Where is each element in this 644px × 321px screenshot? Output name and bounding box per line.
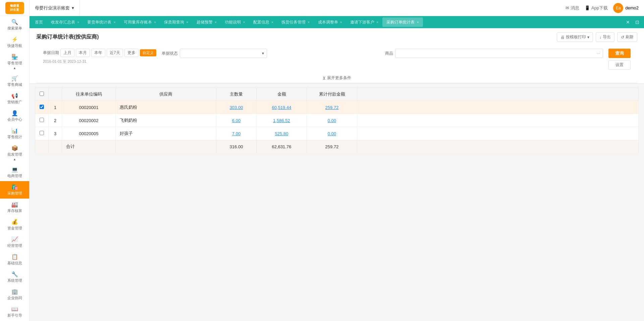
tab-5[interactable]: 超储预警 × (193, 17, 221, 27)
sidebar-item-corp[interactable]: 🏢企业协同 (0, 286, 29, 303)
retail-icon: 🏪 (11, 54, 18, 60)
checkbox-1[interactable] (40, 118, 44, 122)
this-year-button[interactable]: 本年 (91, 49, 105, 57)
row-paid-link-1[interactable]: 0.00 (328, 118, 336, 123)
checkbox-2[interactable] (40, 131, 44, 135)
tab-close-5[interactable]: × (215, 20, 217, 24)
close-all-tabs-button[interactable]: ✕ (624, 19, 632, 25)
tab-1[interactable]: 收发存汇总表 × (47, 17, 83, 27)
sidebar-item-search[interactable]: 🔍搜索菜单 (0, 16, 29, 34)
row-amount-link-0[interactable]: 60,519.44 (272, 105, 291, 110)
print-label: 按模板打印 (566, 34, 586, 40)
ops-icon: 📈 (11, 236, 18, 243)
tab-4[interactable]: 保质期查询 × (160, 17, 192, 27)
sidebar-item-member[interactable]: 👤会员中心 (0, 107, 29, 125)
more-date-button[interactable]: 更多 (124, 49, 139, 57)
tab-close-11[interactable]: × (417, 20, 419, 24)
tab-close-10[interactable]: × (376, 20, 378, 24)
select-all-checkbox[interactable] (40, 92, 44, 96)
row-qty-link-2[interactable]: 7.00 (232, 131, 240, 136)
tabbar-end: ✕ ⊡ (624, 19, 643, 25)
tab-0[interactable]: 首页 (31, 17, 47, 27)
sidebar-item-ops[interactable]: 📈经营管理 (0, 233, 29, 251)
finance-icon: 💰 (11, 219, 18, 225)
sidebar-item-system[interactable]: 🔧系统管理 (0, 268, 29, 286)
sidebar-item-retail[interactable]: 🏪零售管理▲ (0, 51, 29, 72)
expand-label: 展开更多条件 (327, 75, 351, 81)
sidebar-item-guide[interactable]: 📖新手引导 (0, 303, 29, 321)
total-paid: 259.72 (307, 140, 357, 153)
row-num-0: 1 (49, 101, 62, 114)
sidebar-item-promo[interactable]: 📢营销推广 (0, 90, 29, 107)
row-paid-link-2[interactable]: 0.00 (328, 131, 336, 136)
last-month-button[interactable]: 上月 (60, 49, 74, 57)
sidebar-item-shop[interactable]: 🛒零售商城 (0, 72, 29, 90)
tab-3[interactable]: 可用量库存账本 × (120, 17, 160, 27)
topbar-actions: ✉ 消息 📱 App下载 Ea demo2 (566, 3, 644, 13)
tab-2[interactable]: 要货单统计表 × (83, 17, 119, 27)
status-select[interactable]: ▾ (180, 49, 267, 58)
query-button[interactable]: 查询 (608, 49, 631, 58)
row-qty-1: 6.00 (216, 114, 257, 127)
row-amount-link-2[interactable]: 525.80 (275, 131, 288, 136)
purchase-icon: 🛍️ (11, 184, 18, 190)
row-paid-link-0[interactable]: 259.72 (325, 105, 339, 110)
tab-9[interactable]: 成本调整单 × (314, 17, 346, 27)
sidebar-item-batch[interactable]: 📦批发管理▲ (0, 142, 29, 164)
tab-close-6[interactable]: × (243, 20, 245, 24)
tab-close-3[interactable]: × (154, 20, 156, 24)
tab-close-8[interactable]: × (308, 20, 310, 24)
tab-7[interactable]: 配置信息 × (249, 17, 277, 27)
table-row[interactable]: 100020001惠氏奶粉303.0060,519.44259.72 (35, 101, 639, 114)
tab-8[interactable]: 拣货任务管理 × (277, 17, 314, 27)
checkbox-0[interactable] (40, 105, 44, 109)
this-month-button[interactable]: 本月 (76, 49, 90, 57)
data-table: 往来单位编码 供应商 主数量 金额 累计付款金额 100020001惠氏奶粉30… (35, 88, 639, 153)
7days-button[interactable]: 近7天 (107, 49, 123, 57)
sidebar-item-ecom[interactable]: 💻电商管理 (0, 164, 29, 181)
filter-actions: 查询 设置 (608, 49, 631, 70)
th-amount: 金额 (257, 88, 307, 101)
row-qty-link-0[interactable]: 303.00 (230, 105, 243, 110)
sidebar-item-stock[interactable]: 🏭库存核算 (0, 199, 29, 216)
sidebar-item-stat[interactable]: 📊零售统计 (0, 125, 29, 142)
sidebar-item-purchase[interactable]: 🛍️采购管理 (0, 181, 29, 199)
goods-more-icon: ··· (597, 51, 600, 56)
tab-11[interactable]: 采购订单统计表 × (382, 17, 423, 27)
row-qty-link-1[interactable]: 6.00 (232, 118, 240, 123)
total-qty: 316.00 (216, 140, 257, 153)
user-profile[interactable]: Ea demo2 (613, 3, 639, 13)
row-amount-link-1[interactable]: 1,586.52 (273, 118, 290, 123)
date-shortcuts: 单据日期 上月 本月 本年 近7天 更多 自定义 (43, 49, 156, 57)
status-dropdown-icon: ▾ (262, 51, 264, 56)
sidebar-item-finance[interactable]: 💰资金管理 (0, 216, 29, 233)
sidebar-item-nav[interactable]: ⚡快捷导航 (0, 34, 29, 51)
expand-tabs-button[interactable]: ⊡ (633, 19, 641, 25)
tab-close-7[interactable]: × (271, 20, 273, 24)
tab-close-4[interactable]: × (186, 20, 188, 24)
message-action[interactable]: ✉ 消息 (566, 5, 579, 11)
tab-10[interactable]: 邀请下游客户 × (346, 17, 382, 27)
th-code: 往来单位编码 (62, 88, 116, 101)
dropdown-icon: ▾ (72, 5, 74, 10)
search-icon: 🔍 (11, 19, 18, 25)
table-row[interactable]: 300020005好孩子7.00525.800.00 (35, 127, 639, 140)
goods-input[interactable]: ··· (395, 49, 603, 58)
tabbar: 首页收发存汇总表 ×要货单统计表 ×可用量库存账本 ×保质期查询 ×超储预警 ×… (30, 16, 644, 28)
settings-button[interactable]: 设置 (608, 60, 631, 70)
table-row[interactable]: 200020002飞鹤奶粉6.001,586.520.00 (35, 114, 639, 127)
custom-date-button[interactable]: 自定义 (140, 49, 156, 56)
tab-6[interactable]: 功能说明 × (221, 17, 249, 27)
tab-close-1[interactable]: × (77, 20, 79, 24)
topbar: 母婴行业演示账套 ▾ ✉ 消息 📱 App下载 Ea demo2 (30, 0, 644, 16)
app-download-action[interactable]: 📱 App下载 (585, 5, 608, 11)
export-button[interactable]: ↓ 导出 (596, 32, 614, 42)
print-button[interactable]: 🖨 按模板打印 ▾ (557, 32, 593, 42)
refresh-button[interactable]: ↺ 刷新 (617, 32, 637, 42)
tab-close-9[interactable]: × (340, 20, 342, 24)
account-dropdown[interactable]: 母婴行业演示账套 ▾ (30, 0, 80, 16)
sidebar-item-label-retail: 零售管理 (7, 61, 22, 66)
tab-close-2[interactable]: × (113, 20, 115, 24)
expand-more-button[interactable]: ⊻ 展开更多条件 (323, 75, 351, 81)
sidebar-item-base[interactable]: 📋基础信息 (0, 251, 29, 268)
